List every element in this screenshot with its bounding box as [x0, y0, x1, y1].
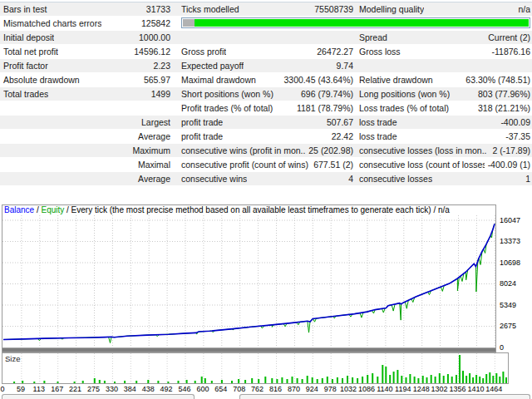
x-axis-tick-label: 1410 — [467, 385, 484, 393]
stats-cell: profit trade22.42 — [181, 131, 353, 141]
x-axis-tick-label: 492 — [160, 385, 173, 393]
stat-label: consecutive losses (loss in mon.. — [359, 145, 486, 155]
partial-panel-left — [2, 394, 195, 399]
stat-value: 4 — [345, 174, 353, 184]
stats-row: Total net profit14596.12Gross profit2647… — [0, 45, 532, 59]
stat-label: profit trade — [181, 131, 223, 141]
x-axis-tick-label: 1302 — [431, 385, 448, 393]
stat-label: Absolute drawdown — [3, 75, 80, 85]
x-axis-tick-label: 870 — [288, 385, 300, 393]
y-axis-tick-label: 5349 — [500, 301, 516, 309]
x-axis-labels: 0591131672212753303844384925466006547087… — [0, 385, 532, 393]
stats-cell: Maximal drawdown3300.45 (43.64%) — [181, 75, 353, 85]
x-axis-tick-label: 816 — [269, 385, 282, 393]
x-axis-tick-label: 1032 — [340, 385, 357, 393]
y-axis-tick-label: 16047 — [500, 216, 520, 224]
stat-label: loss trade — [359, 131, 397, 141]
stat-label: Mismatched charts errors — [3, 18, 101, 28]
y-axis-labels: 1604713373106988024534926750 — [499, 0, 532, 399]
stat-label: Spread — [359, 32, 387, 42]
stat-label: Gross profit — [181, 47, 226, 57]
stats-cell: Largest — [3, 117, 170, 127]
x-axis-tick-label: 924 — [306, 385, 318, 393]
x-axis-tick-label: 1194 — [395, 385, 411, 393]
stats-cell: Profit trades (% of total)1181 (78.79%) — [181, 103, 353, 113]
progress-leading-segment — [183, 19, 195, 27]
stat-value: 14596.12 — [131, 47, 170, 57]
stats-cell: Average — [3, 131, 170, 141]
balance-legend-label: Balance — [4, 205, 34, 214]
stats-cell: Mismatched charts errors125842 — [3, 18, 170, 28]
stats-cell: Ticks modelled75508739 — [181, 4, 353, 14]
stats-row: Total trades1499Short positions (won %)6… — [0, 87, 532, 101]
stats-row: Maximumconsecutive wins (profit in mon..… — [0, 144, 532, 158]
x-axis-tick-label: 1356 — [449, 385, 466, 393]
y-axis-tick-label: 10698 — [500, 259, 520, 267]
stats-cell: consecutive wins4 — [181, 174, 353, 184]
stat-label: Maximal drawdown — [181, 75, 256, 85]
size-histogram-panel: Size — [2, 352, 509, 384]
balance-plot-area — [2, 215, 495, 347]
size-panel-label: Size — [5, 354, 20, 363]
x-axis-tick-label: 1464 — [485, 385, 502, 393]
progress-fill-segment — [195, 19, 529, 27]
stat-value: 677.51 (2) — [310, 160, 353, 170]
stat-label: Total trades — [3, 89, 48, 99]
chart-method-text: / Every tick (the most precise method ba… — [64, 205, 450, 214]
stats-row: Mismatched charts errors125842 — [0, 17, 532, 31]
x-axis-tick-label: 0 — [0, 385, 4, 393]
stats-row: Largestprofit trade507.67loss trade-400.… — [0, 116, 532, 130]
x-axis-tick-label: 546 — [178, 385, 190, 393]
chart-legend: Balance / Equity / Every tick (the most … — [2, 205, 495, 215]
stats-cell: Average — [3, 174, 170, 184]
stats-cell: consecutive profit (count of wins)677.51… — [181, 160, 353, 170]
modelling-quality-progress-bar — [181, 17, 530, 28]
stat-value: Largest — [138, 117, 170, 127]
x-axis-tick-label: 113 — [33, 385, 45, 393]
stats-cell: Expected payoff9.74 — [181, 61, 353, 71]
x-axis-tick-label: 1248 — [413, 385, 430, 393]
y-axis-tick-label: 0 — [500, 343, 504, 352]
stat-value: 696 (79.74%) — [298, 89, 353, 99]
stats-table: Bars in test31733Ticks modelled75508739M… — [0, 2, 532, 186]
stat-label: Loss trades (% of total) — [359, 103, 449, 113]
stat-value: 25 (202.98) — [305, 145, 353, 155]
size-histogram — [2, 353, 508, 383]
stat-label: Initial deposit — [3, 32, 54, 42]
stats-cell: Short positions (won %)696 (79.74%) — [181, 89, 353, 99]
x-axis-tick-label: 438 — [142, 385, 155, 393]
strategy-tester-report: { "stats_table": { "rows": [ {"c1l":"Bar… — [0, 0, 532, 399]
stat-value: 507.67 — [323, 117, 353, 127]
x-axis-tick-label: 59 — [17, 385, 25, 393]
stats-cell: Absolute drawdown565.97 — [3, 75, 170, 85]
stats-cell: profit trade507.67 — [181, 117, 353, 127]
y-axis-tick-label: 13373 — [500, 237, 520, 245]
x-axis-tick-label: 1140 — [377, 385, 392, 393]
stat-label: consecutive wins — [181, 174, 247, 184]
stats-cell: Gross profit26472.27 — [181, 47, 353, 57]
stat-value: 9.74 — [333, 61, 353, 71]
x-axis-tick-label: 1086 — [358, 385, 375, 393]
stat-value: 22.42 — [328, 131, 353, 141]
y-axis-tick-label: 8024 — [500, 279, 516, 288]
stats-row: Absolute drawdown565.97Maximal drawdown3… — [0, 73, 532, 87]
x-axis-tick-label: 708 — [233, 385, 245, 393]
stats-cell: Profit factor2.23 — [3, 61, 170, 71]
stat-value: Maximum — [129, 145, 170, 155]
stat-label: loss trade — [359, 117, 397, 127]
stat-label: consecutive loss (count of losses) — [359, 160, 485, 170]
x-axis-tick-label: 762 — [251, 385, 264, 393]
stat-value: 26472.27 — [313, 47, 353, 57]
stat-label: Long positions (won %) — [359, 89, 450, 99]
stat-value: 1499 — [148, 89, 170, 99]
stat-value: 1000.00 — [135, 32, 170, 42]
stat-label: Total net profit — [3, 47, 58, 57]
equity-legend-label: Equity — [41, 205, 64, 214]
stats-row: Bars in test31733Ticks modelled75508739M… — [0, 2, 532, 17]
stats-row: Profit factor2.23Expected payoff9.74 — [0, 59, 532, 73]
stat-label: Gross loss — [359, 47, 401, 57]
x-axis-tick-label: 978 — [324, 385, 337, 393]
y-axis-tick-label: 2675 — [500, 322, 516, 330]
stat-value: Average — [135, 174, 170, 184]
stats-cell: Total trades1499 — [3, 89, 170, 99]
